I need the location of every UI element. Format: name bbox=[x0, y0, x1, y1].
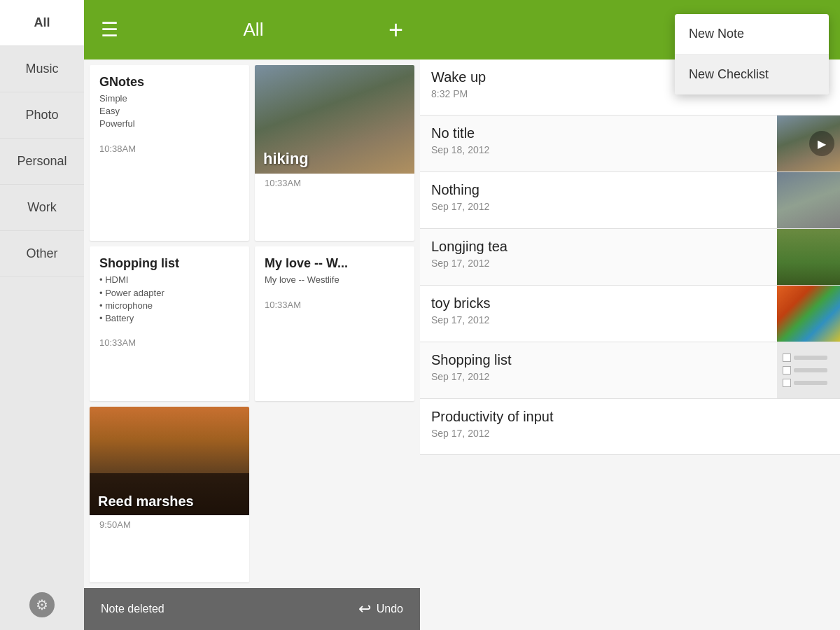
note-time: 10:33AM bbox=[255, 295, 414, 317]
list-item-productivity[interactable]: Productivity of input Sep 17, 2012 bbox=[420, 399, 840, 455]
list-item-date: Sep 17, 2012 bbox=[431, 201, 766, 212]
list-item-content: Nothing Sep 17, 2012 bbox=[420, 172, 777, 228]
note-title: My love -- W... bbox=[265, 256, 405, 271]
list-item-content: Productivity of input Sep 17, 2012 bbox=[420, 399, 840, 454]
note-title: GNotes bbox=[99, 75, 239, 90]
add-note-button[interactable]: + bbox=[388, 15, 403, 45]
list-item-date: Sep 17, 2012 bbox=[431, 428, 829, 439]
list-item-date: Sep 17, 2012 bbox=[431, 258, 766, 269]
image-label: Reed marshes bbox=[90, 488, 202, 515]
dropdown-new-checklist[interactable]: New Checklist bbox=[675, 55, 829, 94]
list-item-date: Sep 17, 2012 bbox=[431, 314, 766, 326]
note-time: 10:33AM bbox=[255, 174, 414, 195]
list-item-thumb bbox=[777, 286, 840, 342]
list-item-title: No title bbox=[431, 125, 766, 141]
dropdown-new-note[interactable]: New Note bbox=[675, 14, 829, 55]
note-card-hiking[interactable]: hiking 10:33AM bbox=[255, 65, 414, 241]
list-item-date: Sep 18, 2012 bbox=[431, 144, 766, 155]
play-icon: ▶ bbox=[809, 131, 834, 156]
list-item-notitle[interactable]: No title Sep 18, 2012 ▶ bbox=[420, 115, 840, 172]
notes-grid: GNotes Simple Easy Powerful 10:38AM hiki… bbox=[84, 59, 420, 588]
undo-button[interactable]: ↩ Undo bbox=[358, 600, 403, 618]
list-item-date: Sep 17, 2012 bbox=[431, 371, 766, 382]
list-item-tea[interactable]: Longjing tea Sep 17, 2012 bbox=[420, 229, 840, 286]
note-card-shopping[interactable]: Shopping list • HDMI • Power adapter • m… bbox=[90, 246, 249, 400]
note-image: Reed marshes bbox=[90, 407, 249, 515]
list-item-title: toy bricks bbox=[431, 295, 766, 312]
right-panel: New Note New Checklist Wake up 8:32 PM N… bbox=[420, 0, 840, 630]
list-item-bricks[interactable]: toy bricks Sep 17, 2012 bbox=[420, 286, 840, 342]
sidebar-music-label: Music bbox=[25, 62, 58, 76]
list-item-content: Longjing tea Sep 17, 2012 bbox=[420, 229, 777, 285]
undo-icon: ↩ bbox=[358, 600, 371, 618]
dropdown-menu: New Note New Checklist bbox=[675, 14, 829, 94]
sidebar-item-all[interactable]: All bbox=[0, 0, 84, 46]
gear-icon: ⚙ bbox=[29, 592, 55, 617]
bottom-bar: Note deleted ↩ Undo bbox=[84, 588, 420, 630]
list-item-title: Nothing bbox=[431, 182, 766, 198]
note-subtitle: • HDMI • Power adapter • microphone • Ba… bbox=[99, 274, 239, 325]
dropdown-new-checklist-label: New Checklist bbox=[689, 67, 769, 81]
sidebar-item-work[interactable]: Work bbox=[0, 185, 84, 231]
note-image: hiking bbox=[255, 65, 414, 174]
note-title: Shopping list bbox=[99, 256, 239, 271]
notes-list: Wake up 8:32 PM No title Sep 18, 2012 ▶ … bbox=[420, 59, 840, 630]
list-item-thumb bbox=[777, 229, 840, 285]
dropdown-new-note-label: New Note bbox=[689, 27, 744, 41]
sidebar-item-other[interactable]: Other bbox=[0, 231, 84, 277]
note-card-mylove[interactable]: My love -- W... My love -- Westlife 10:3… bbox=[255, 246, 414, 400]
note-time: 10:33AM bbox=[90, 333, 249, 355]
undo-label: Undo bbox=[377, 603, 403, 615]
note-time: 9:50AM bbox=[90, 515, 249, 537]
bottom-bar-text: Note deleted bbox=[101, 603, 164, 615]
list-item-title: Shopping list bbox=[431, 352, 766, 368]
list-item-shopping[interactable]: Shopping list Sep 17, 2012 bbox=[420, 342, 840, 399]
note-subtitle: Simple Easy Powerful bbox=[99, 92, 239, 131]
sidebar-item-music[interactable]: Music bbox=[0, 46, 84, 92]
list-item-title: Longjing tea bbox=[431, 239, 766, 255]
sidebar: All Music Photo Personal Work Other ⚙ bbox=[0, 0, 84, 630]
note-card-reed[interactable]: Reed marshes 9:50AM bbox=[90, 407, 249, 582]
sidebar-item-personal[interactable]: Personal bbox=[0, 139, 84, 185]
sidebar-work-label: Work bbox=[27, 200, 57, 214]
sidebar-all-label: All bbox=[34, 15, 50, 29]
menu-icon[interactable]: ☰ bbox=[101, 18, 118, 41]
list-item-title: Productivity of input bbox=[431, 409, 829, 425]
sidebar-item-photo[interactable]: Photo bbox=[0, 92, 84, 139]
sidebar-personal-label: Personal bbox=[17, 154, 66, 168]
middle-panel: ☰ All + GNotes Simple Easy Powerful 10:3… bbox=[84, 0, 420, 630]
image-label: hiking bbox=[255, 144, 317, 174]
list-item-content: Shopping list Sep 17, 2012 bbox=[420, 342, 777, 398]
list-item-thumb bbox=[777, 342, 840, 398]
settings-button[interactable]: ⚙ bbox=[17, 580, 67, 630]
middle-header: ☰ All + bbox=[84, 0, 420, 59]
note-subtitle: My love -- Westlife bbox=[265, 274, 405, 286]
sidebar-other-label: Other bbox=[26, 246, 57, 260]
list-item-thumb bbox=[777, 172, 840, 228]
sidebar-photo-label: Photo bbox=[25, 108, 58, 122]
list-item-nothing[interactable]: Nothing Sep 17, 2012 bbox=[420, 172, 840, 229]
list-item-content: toy bricks Sep 17, 2012 bbox=[420, 286, 777, 342]
list-item-content: No title Sep 18, 2012 bbox=[420, 115, 777, 172]
list-item-thumb: ▶ bbox=[777, 115, 840, 172]
note-card-gnotes[interactable]: GNotes Simple Easy Powerful 10:38AM bbox=[90, 65, 249, 241]
note-time: 10:38AM bbox=[90, 139, 249, 161]
middle-header-title: All bbox=[244, 19, 264, 41]
